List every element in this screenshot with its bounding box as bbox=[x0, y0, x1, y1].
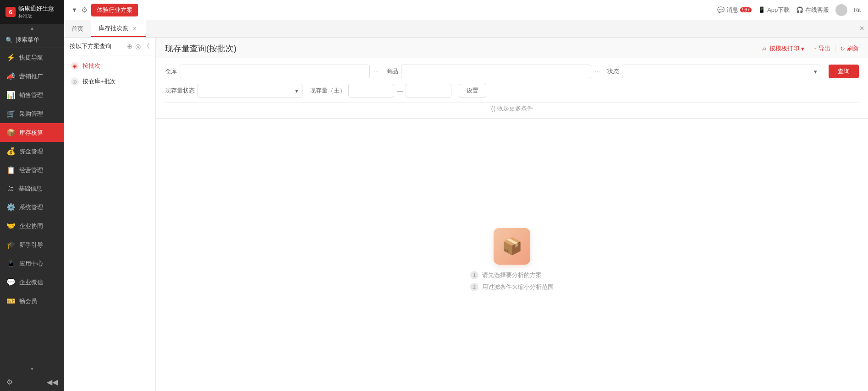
sidebar-item-marketing[interactable]: 📣 营销推广 bbox=[0, 67, 64, 86]
main-area: ▼ ⚙ 体验行业方案 💬 消息 99+ 📱 App下载 🎧 在线客服 Rit bbox=[64, 0, 868, 391]
sidebar-scroll-up[interactable]: ▲ bbox=[0, 24, 64, 32]
warehouse-more-icon[interactable]: ··· bbox=[374, 68, 379, 75]
add-scheme-icon[interactable]: ⊕ bbox=[127, 43, 132, 50]
stock-status-select[interactable]: ▾ bbox=[198, 84, 302, 98]
hint-number-2: 2 bbox=[470, 283, 478, 291]
chevron-down-icon2: ▾ bbox=[295, 87, 298, 94]
appcenter-icon: 📱 bbox=[6, 259, 16, 268]
tab-bar: 首页 库存批次账 × × bbox=[64, 20, 868, 38]
message-badge: 99+ bbox=[740, 7, 752, 12]
stock-main-max-input[interactable] bbox=[406, 84, 451, 98]
purchase-icon: 🛒 bbox=[6, 109, 16, 118]
stock-main-filter-group: 现存量（主） — bbox=[310, 84, 451, 98]
app-download-label: App下载 bbox=[767, 6, 790, 14]
page-header: 现存量查询(按批次) 🖨 按模板打印 ▾ ↑ 导出 ↻ 刷 bbox=[156, 38, 868, 58]
topbar: ▼ ⚙ 体验行业方案 💬 消息 99+ 📱 App下载 🎧 在线客服 Rit bbox=[64, 0, 868, 20]
app-download-icon: 📱 bbox=[758, 6, 765, 13]
sidebar-item-newguide[interactable]: 🎓 新手引导 bbox=[0, 235, 64, 254]
stock-main-range: — bbox=[348, 84, 451, 98]
stock-status-label: 现存量状态 bbox=[165, 87, 195, 95]
query-button[interactable]: 查询 bbox=[829, 65, 859, 78]
online-service-button[interactable]: 🎧 在线客服 bbox=[796, 6, 829, 14]
status-select[interactable]: ▾ bbox=[622, 65, 821, 78]
topbar-dropdown[interactable]: ▼ bbox=[71, 6, 77, 13]
marketing-icon: 📣 bbox=[6, 72, 16, 81]
scheme-item-by-warehouse-batch[interactable]: ◎ 按仓库+批次 bbox=[64, 74, 155, 89]
user-avatar[interactable] bbox=[835, 4, 847, 16]
topbar-left: ▼ ⚙ 体验行业方案 bbox=[71, 4, 713, 16]
sidebar-item-basic[interactable]: 🗂 基础信息 bbox=[0, 179, 64, 198]
sidebar: 6 畅康通好生意 标准版 ▲ 🔍 搜索菜单 ⚡ 快捷导航 📣 营销推广 📊 销售… bbox=[0, 0, 64, 391]
sidebar-item-label: 新手引导 bbox=[19, 241, 43, 249]
chevron-down-icon: ▾ bbox=[814, 68, 817, 75]
sidebar-item-inventory[interactable]: 📦 库存核算 bbox=[0, 123, 64, 142]
sidebar-item-appcenter[interactable]: 📱 应用中心 bbox=[0, 254, 64, 273]
finance-icon: 💰 bbox=[6, 147, 16, 156]
sidebar-item-label: 畅会员 bbox=[19, 297, 37, 305]
warehouse-input[interactable] bbox=[180, 65, 370, 78]
settings-icon[interactable]: ⚙ bbox=[6, 378, 13, 386]
page-header-actions: 🖨 按模板打印 ▾ ↑ 导出 ↻ 刷新 bbox=[762, 44, 859, 53]
scheme-header-title: 按以下方案查询 bbox=[70, 42, 111, 50]
scheme-inactive-icon: ◎ bbox=[71, 77, 79, 86]
empty-icon-wrapper: 📦 bbox=[489, 219, 535, 265]
refresh-button[interactable]: ↻ 刷新 bbox=[840, 44, 859, 53]
message-button[interactable]: 💬 消息 99+ bbox=[717, 6, 752, 14]
service-icon: 🎧 bbox=[796, 6, 803, 13]
scheme-item-by-batch[interactable]: ◉ 按批次 bbox=[64, 58, 155, 74]
basic-icon: 🗂 bbox=[6, 185, 15, 193]
topbar-gear-icon[interactable]: ⚙ bbox=[81, 5, 88, 14]
refresh-icon: ↻ bbox=[840, 45, 845, 52]
sidebar-item-label: 销售管理 bbox=[19, 91, 43, 99]
scheme-header: 按以下方案查询 ⊕ ◎ 《 bbox=[64, 38, 155, 55]
sidebar-search-item[interactable]: 🔍 搜索菜单 bbox=[0, 32, 64, 48]
sidebar-item-finance[interactable]: 💰 资金管理 bbox=[0, 142, 64, 161]
tab-batch-account[interactable]: 库存批次账 × bbox=[91, 20, 146, 37]
collapse-sidebar-icon[interactable]: ◀◀ bbox=[47, 378, 58, 386]
enterprise-icon: 🤝 bbox=[6, 222, 16, 230]
search-icon: 🔍 bbox=[5, 37, 13, 43]
username-label[interactable]: Rit bbox=[854, 7, 861, 13]
sidebar-nav: ⚡ 快捷导航 📣 营销推广 📊 销售管理 🛒 采购管理 📦 库存核算 💰 资金管… bbox=[0, 48, 64, 364]
settings-scheme-icon[interactable]: ◎ bbox=[135, 43, 141, 50]
sidebar-item-member[interactable]: 🎫 畅会员 bbox=[0, 292, 64, 310]
sidebar-item-enterprise[interactable]: 🤝 企业协同 bbox=[0, 217, 64, 235]
collapse-label: 收起更多条件 bbox=[497, 104, 533, 113]
stock-main-min-input[interactable] bbox=[348, 84, 394, 98]
tab-close-button[interactable]: × bbox=[131, 24, 138, 33]
sidebar-item-operation[interactable]: 📋 经营管理 bbox=[0, 161, 64, 179]
message-icon: 💬 bbox=[717, 6, 725, 13]
export-button[interactable]: ↑ 导出 bbox=[814, 44, 831, 53]
divider bbox=[809, 45, 809, 52]
sidebar-item-system[interactable]: ⚙️ 系统管理 bbox=[0, 198, 64, 217]
empty-hint-1: 1 请先选择要分析的方案 bbox=[470, 271, 554, 279]
collapse-scheme-icon[interactable]: 《 bbox=[143, 42, 150, 50]
sidebar-item-sales[interactable]: 📊 销售管理 bbox=[0, 86, 64, 104]
product-label: 商品 bbox=[386, 67, 398, 76]
product-input[interactable] bbox=[401, 65, 591, 78]
hint-text-2: 用过滤条件来缩小分析范围 bbox=[482, 283, 554, 291]
settings-button[interactable]: 设置 bbox=[459, 84, 486, 98]
sidebar-item-quick-nav[interactable]: ⚡ 快捷导航 bbox=[0, 48, 64, 67]
main-panel-close-button[interactable]: × bbox=[856, 23, 868, 34]
tab-home[interactable]: 首页 bbox=[64, 20, 91, 37]
app-download-button[interactable]: 📱 App下载 bbox=[758, 6, 790, 14]
sidebar-scroll-down[interactable]: ▼ bbox=[0, 364, 64, 373]
empty-state: 📦 1 请先选择要分析的方案 2 用过滤条件来缩小分析范围 bbox=[156, 119, 868, 391]
stock-status-filter-group: 现存量状态 ▾ bbox=[165, 84, 302, 98]
system-icon: ⚙️ bbox=[6, 203, 16, 212]
sidebar-item-wechat[interactable]: 💬 企业微信 bbox=[0, 273, 64, 292]
sidebar-search-label: 搜索菜单 bbox=[16, 36, 39, 44]
scheme-header-actions: ⊕ ◎ 《 bbox=[127, 42, 150, 50]
product-more-icon[interactable]: ··· bbox=[595, 68, 600, 75]
scheme-panel: 按以下方案查询 ⊕ ◎ 《 ◉ 按批次 ◎ 按仓库+批次 bbox=[64, 38, 156, 391]
collapse-filter-button[interactable]: ⟨⟨ 收起更多条件 bbox=[165, 102, 859, 114]
experience-button[interactable]: 体验行业方案 bbox=[91, 4, 138, 16]
sidebar-header: 6 畅康通好生意 标准版 bbox=[0, 0, 64, 24]
sidebar-item-label: 应用中心 bbox=[19, 260, 43, 268]
sidebar-item-purchase[interactable]: 🛒 采购管理 bbox=[0, 104, 64, 123]
quick-nav-icon: ⚡ bbox=[6, 53, 16, 62]
sidebar-footer: ⚙ ◀◀ bbox=[0, 373, 64, 391]
print-button[interactable]: 🖨 按模板打印 ▾ bbox=[762, 44, 804, 53]
message-label: 消息 bbox=[726, 6, 738, 14]
